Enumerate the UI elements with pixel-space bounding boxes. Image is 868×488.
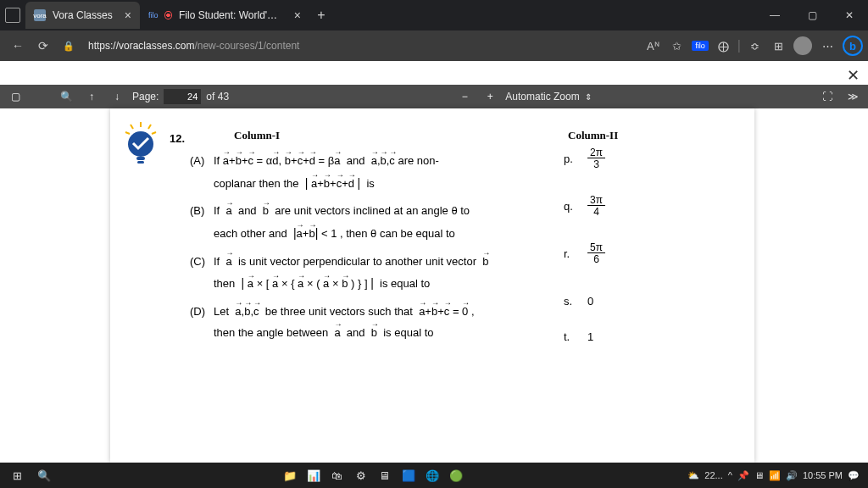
opt-t: t.1 [564,325,665,347]
task-icon[interactable]: 🌐 [420,463,444,487]
weather-icon[interactable]: ⛅ [687,470,699,481]
svg-line-1 [131,125,133,129]
item-text: Let a,b,c be three unit vectors such tha… [214,302,546,343]
item-c: (C) If a is unit vector perpendicular to… [190,252,546,295]
fullscreen-icon[interactable]: ⛶ [817,86,837,107]
filo-ext-badge[interactable]: filo [692,41,709,51]
favorites-bar-icon[interactable]: ≎ [743,34,766,58]
favorite-star-icon[interactable]: ✩ [665,34,688,58]
pdf-toolbar: ▢ 🔍 ↑ ↓ Page: of 43 − + Automatic Zoom ⇕… [0,85,868,108]
opt-q: q.3π4 [564,195,665,217]
taskbar: ⊞ 🔍 📁 📊 🛍 ⚙ 🖥 🟦 🌐 🟢 ⛅ 22... ^ 📌 🖥 📶 🔊 10… [0,463,868,488]
column2-body: p.2π3 q.3π4 r.5π6 s.0 t.1 [564,147,665,361]
more-menu-icon[interactable]: ⋯ [815,34,839,58]
pdf-find-icon[interactable]: 🔍 [56,86,76,107]
tab-close-icon[interactable]: × [125,8,131,22]
tab-overview-icon[interactable] [5,8,20,23]
tab-title: Vora Classes [53,9,113,21]
svg-rect-6 [136,157,145,160]
task-icon[interactable]: ⚙ [349,463,373,487]
collections-icon[interactable]: ⊞ [766,34,790,58]
item-label: (D) [190,302,214,343]
item-d: (D) Let a,b,c be three unit vectors such… [190,302,546,343]
tray-clock[interactable]: 10:55 PM [803,470,843,480]
tray-volume-icon[interactable]: 🔊 [786,470,798,481]
tray-notifications-icon[interactable]: 💬 [848,470,860,481]
zoom-out-icon[interactable]: − [454,86,475,107]
lock-icon[interactable]: 🔒 [56,33,81,58]
item-a: (A) If a+b+c = αd, b+c+d = βa and a,b,c … [190,151,546,194]
content-area: ✕ ▢ 🔍 ↑ ↓ Page: of 43 − + Automatic Zoom… [0,61,868,463]
taskbar-search-icon[interactable]: 🔍 [31,463,58,487]
page-number-input[interactable] [164,89,201,104]
extensions-icon[interactable]: ⨁ [712,34,736,58]
task-icon[interactable]: 🟦 [397,463,420,487]
item-text: If a is unit vector perpendicular to ano… [214,252,546,295]
tab-title: Filo Student: World's Only L [179,9,282,21]
question-number: 12. [170,132,185,145]
svg-rect-7 [137,161,144,164]
item-text: If a+b+c = αd, b+c+d = βa and a,b,c are … [214,151,546,194]
content-close-button[interactable]: ✕ [847,66,860,85]
pdf-sidebar-icon[interactable]: ▢ [5,86,25,107]
nav-refresh-button[interactable]: ⟳ [31,33,56,58]
item-text: If a and b are unit vectors inclined at … [214,201,546,244]
task-icon[interactable]: 📊 [302,463,326,487]
nav-back-button[interactable]: ← [5,33,31,58]
column1-body: (A) If a+b+c = αd, b+c+d = βa and a,b,c … [190,151,546,351]
tray-pin-icon[interactable]: 📌 [737,470,749,481]
zoom-select-icon[interactable]: ⇕ [585,92,592,102]
tray-up-icon[interactable]: ^ [728,470,732,480]
item-b: (B) If a and b are unit vectors inclined… [190,201,546,244]
address-url[interactable]: https://voraclasses.com/new-courses/1/co… [88,40,299,52]
svg-line-4 [152,132,156,134]
opt-s: s.0 [564,290,665,312]
item-label: (A) [190,151,214,194]
tab-close-icon[interactable]: × [294,8,301,22]
zoom-in-icon[interactable]: + [480,86,500,107]
read-aloud-icon[interactable]: Aᴺ [641,34,665,58]
url-host: https://voraclasses.com [88,40,194,52]
pdf-more-icon[interactable]: ≫ [843,86,863,107]
tray-wifi-icon[interactable]: 📶 [769,470,781,481]
tab-vora[interactable]: vora Vora Classes × [25,2,140,29]
divider: | [737,38,741,53]
svg-line-2 [148,125,151,129]
opt-r: r.5π6 [564,242,665,264]
tab-filo[interactable]: filo Filo Student: World's Only L × [140,2,309,29]
profile-avatar[interactable] [793,36,812,55]
column1-header: Column-I [234,129,280,142]
tray-display-icon[interactable]: 🖥 [754,470,764,480]
url-path: /new-courses/1/content [194,40,299,52]
record-icon [164,11,172,19]
pdf-page: 12. Column-I Column-II (A) If a+b+c = αd… [110,108,754,463]
window-close-button[interactable]: ✕ [831,0,868,30]
favicon-vora: vora [34,9,46,21]
favicon-filo-label: filo [148,11,159,19]
task-icon[interactable]: 🛍 [326,463,349,487]
column2-header: Column-II [568,129,618,142]
task-icon[interactable]: 📁 [278,463,302,487]
page-total: of 43 [206,91,229,103]
start-button[interactable]: ⊞ [3,463,31,487]
lightbulb-icon [122,122,159,169]
pdf-page-up-icon[interactable]: ↑ [81,86,102,107]
page-label: Page: [132,91,159,103]
window-minimize-button[interactable]: — [756,0,793,30]
new-tab-button[interactable]: + [309,8,333,23]
item-label: (C) [190,252,214,295]
window-maximize-button[interactable]: ▢ [793,0,831,30]
pdf-page-down-icon[interactable]: ↓ [107,86,127,107]
item-label: (B) [190,201,214,244]
svg-line-3 [125,132,130,134]
weather-temp[interactable]: 22... [704,470,722,480]
opt-p: p.2π3 [564,147,665,169]
bing-icon[interactable]: b [843,36,863,56]
zoom-label[interactable]: Automatic Zoom [505,91,579,103]
task-icon[interactable]: 🖥 [373,463,397,487]
task-icon[interactable]: 🟢 [444,463,468,487]
